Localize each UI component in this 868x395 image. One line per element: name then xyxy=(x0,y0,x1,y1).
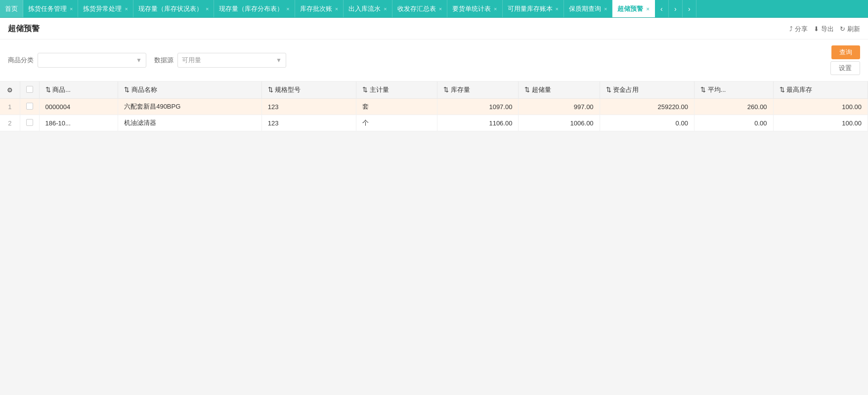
row-product-code: 186-10... xyxy=(39,115,118,131)
row-stock: 1106.00 xyxy=(437,115,519,131)
nav-item-batch[interactable]: 库存批次账 × xyxy=(295,0,344,18)
nav-close-expiry[interactable]: × xyxy=(604,6,607,12)
th-avg[interactable]: ⇅ 平均... xyxy=(694,81,773,99)
row-index: 2 xyxy=(0,115,20,131)
category-label: 商品分类 xyxy=(8,56,34,65)
nav-close-batch[interactable]: × xyxy=(335,6,338,12)
row-check[interactable] xyxy=(20,99,39,115)
page-header: 超储预警 ⤴ 分享 ⬇ 导出 ↻ 刷新 xyxy=(0,18,868,40)
export-icon: ⬇ xyxy=(814,25,819,33)
header-checkbox[interactable] xyxy=(26,86,33,93)
row-capital: 0.00 xyxy=(600,115,694,131)
th-spec[interactable]: ⇅ 规格型号 xyxy=(261,81,356,99)
th-max-stock[interactable]: ⇅ 最高库存 xyxy=(773,81,868,99)
data-table: ⚙ ⇅ 商品... ⇅ 商品名称 ⇅ 规格型号 xyxy=(0,81,868,131)
nav-item-flow[interactable]: 出入库流水 × xyxy=(344,0,392,18)
share-button[interactable]: ⤴ 分享 xyxy=(789,25,808,34)
nav-item-task[interactable]: 拣货任务管理 × xyxy=(23,0,78,18)
table-header-row: ⚙ ⇅ 商品... ⇅ 商品名称 ⇅ 规格型号 xyxy=(0,81,868,99)
row-max-stock: 100.00 xyxy=(773,99,868,115)
row-avg: 260.00 xyxy=(694,99,773,115)
filter-datasource: 数据源 可用量 ▼ xyxy=(154,53,286,68)
datasource-select[interactable]: 可用量 ▼ xyxy=(177,53,286,68)
nav-close-available[interactable]: × xyxy=(556,6,559,12)
row-checkbox[interactable] xyxy=(26,119,33,126)
row-product-name: 机油滤清器 xyxy=(118,115,262,131)
table-body: 1 0000004 六配套新昌490BPG 123 套 1097.00 997.… xyxy=(0,99,868,131)
row-overstock: 997.00 xyxy=(519,99,600,115)
refresh-button[interactable]: ↻ 刷新 xyxy=(840,25,860,34)
filter-category: 商品分类 ▼ xyxy=(8,53,146,68)
row-max-stock: 100.00 xyxy=(773,115,868,131)
th-gear[interactable]: ⚙ xyxy=(0,81,20,99)
refresh-icon: ↻ xyxy=(840,25,845,33)
nav-item-home[interactable]: 首页 xyxy=(0,0,23,18)
nav-item-exception[interactable]: 拣货异常处理 × xyxy=(78,0,133,18)
row-spec: 123 xyxy=(261,99,356,115)
row-capital: 259220.00 xyxy=(600,99,694,115)
row-spec: 123 xyxy=(261,115,356,131)
row-checkbox[interactable] xyxy=(26,103,33,110)
row-index: 1 xyxy=(0,99,20,115)
nav-prev-arrow[interactable]: ‹ xyxy=(655,0,669,18)
nav-item-summary[interactable]: 收发存汇总表 × xyxy=(392,0,447,18)
row-overstock: 1006.00 xyxy=(519,115,600,131)
row-product-code: 0000004 xyxy=(39,99,118,115)
table-row: 2 186-10... 机油滤清器 123 个 1106.00 1006.00 … xyxy=(0,115,868,131)
th-overstock[interactable]: ⇅ 超储量 xyxy=(519,81,600,99)
nav-item-available[interactable]: 可用量库存账本 × xyxy=(503,0,564,18)
th-unit[interactable]: ⇅ 主计量 xyxy=(356,81,437,99)
row-stock: 1097.00 xyxy=(437,99,519,115)
query-button[interactable]: 查询 xyxy=(831,45,860,59)
th-product-code[interactable]: ⇅ 商品... xyxy=(39,81,118,99)
table-row: 1 0000004 六配套新昌490BPG 123 套 1097.00 997.… xyxy=(0,99,868,115)
nav-item-purchase-stat[interactable]: 要货单统计表 × xyxy=(447,0,502,18)
nav-next-arrow[interactable]: › xyxy=(669,0,683,18)
datasource-value: 可用量 xyxy=(182,56,201,65)
category-select-arrow: ▼ xyxy=(136,57,142,64)
nav-close-flow[interactable]: × xyxy=(384,6,387,12)
settings-button[interactable]: 设置 xyxy=(830,61,860,75)
table-container: ⚙ ⇅ 商品... ⇅ 商品名称 ⇅ 规格型号 xyxy=(0,81,868,131)
header-actions: ⤴ 分享 ⬇ 导出 ↻ 刷新 xyxy=(789,25,860,34)
main-content: 超储预警 ⤴ 分享 ⬇ 导出 ↻ 刷新 商品分类 ▼ 数据源 xyxy=(0,18,868,131)
nav-item-overstock[interactable]: 超储预警 × xyxy=(612,0,654,18)
th-product-name[interactable]: ⇅ 商品名称 xyxy=(118,81,262,99)
datasource-label: 数据源 xyxy=(154,56,174,65)
row-check[interactable] xyxy=(20,115,39,131)
nav-item-stock-dist[interactable]: 现存量（库存分布表） × xyxy=(214,0,295,18)
th-stock[interactable]: ⇅ 库存量 xyxy=(437,81,519,99)
row-avg: 0.00 xyxy=(694,115,773,131)
nav-more-arrow[interactable]: › xyxy=(683,0,696,18)
nav-close-purchase-stat[interactable]: × xyxy=(494,6,497,12)
nav-close-stock-dist[interactable]: × xyxy=(286,6,289,12)
category-select[interactable]: ▼ xyxy=(38,53,146,68)
action-buttons: 查询 设置 xyxy=(830,45,860,75)
row-unit: 套 xyxy=(356,99,437,115)
th-capital[interactable]: ⇅ 资金占用 xyxy=(600,81,694,99)
share-icon: ⤴ xyxy=(789,25,793,33)
th-check xyxy=(20,81,39,99)
page-title: 超储预警 xyxy=(8,24,40,34)
top-nav: 首页 拣货任务管理 × 拣货异常处理 × 现存量（库存状况表） × 现存量（库存… xyxy=(0,0,868,18)
nav-close-task[interactable]: × xyxy=(70,6,73,12)
row-product-name: 六配套新昌490BPG xyxy=(118,99,262,115)
nav-item-expiry[interactable]: 保质期查询 × xyxy=(564,0,612,18)
nav-close-exception[interactable]: × xyxy=(125,6,128,12)
filter-row: 商品分类 ▼ 数据源 可用量 ▼ 查询 设置 xyxy=(0,40,868,81)
datasource-select-arrow: ▼ xyxy=(276,57,282,64)
nav-item-stock-status[interactable]: 现存量（库存状况表） × xyxy=(133,0,214,18)
nav-close-overstock[interactable]: × xyxy=(646,6,649,12)
row-unit: 个 xyxy=(356,115,437,131)
export-button[interactable]: ⬇ 导出 xyxy=(814,25,834,34)
nav-close-summary[interactable]: × xyxy=(439,6,442,12)
nav-close-stock-status[interactable]: × xyxy=(206,6,209,12)
